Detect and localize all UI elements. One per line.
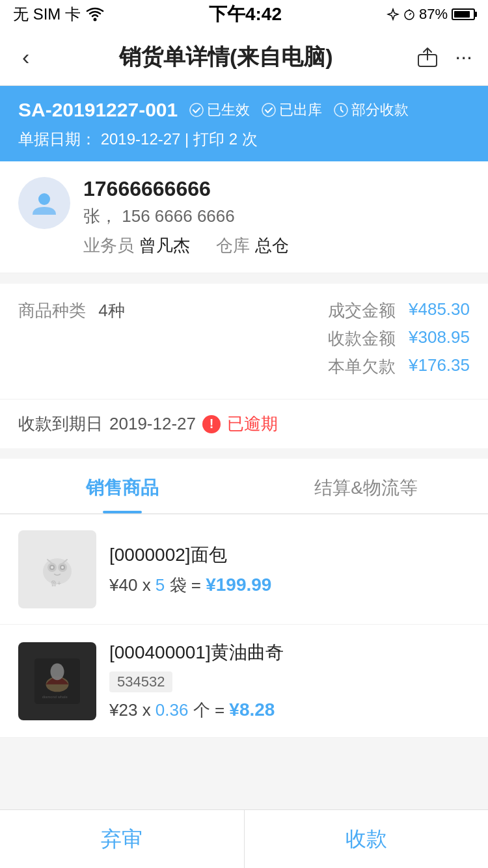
debt-label: 本单欠款 (328, 355, 396, 378)
svg-text:鲁+: 鲁+ (51, 580, 61, 587)
more-icon[interactable]: ··· (455, 45, 472, 69)
nav-actions: ··· (416, 45, 472, 69)
cancel-button[interactable]: 弃审 (0, 810, 245, 868)
cancel-label: 弃审 (101, 825, 142, 854)
customer-account: 17666666666 (83, 177, 470, 201)
unit-2: 个 (193, 700, 210, 720)
order-header: SA-20191227-001 已生效 已出库 部分收款 单据日期： 2019-… (0, 86, 488, 161)
category-row: 商品种类 4种 (18, 299, 125, 322)
svg-line-3 (409, 13, 411, 15)
check-circle-icon-2 (262, 103, 276, 117)
tab-sales[interactable]: 销售商品 (0, 459, 244, 513)
order-meta-date: 2019-12-27 (101, 130, 181, 148)
product-image-2: diamond whale (34, 658, 80, 704)
deal-amount-row: 成交金额 ¥485.30 (328, 299, 470, 322)
svg-point-6 (262, 103, 275, 116)
product-thumb-1: 鲁+ (18, 530, 96, 608)
status-bar: 无 SIM 卡 下午4:42 87% (0, 0, 488, 29)
deal-amount: ¥485.30 (409, 299, 470, 322)
product-name-1: [0000002]面包 (109, 543, 470, 567)
overdue-text: 已逾期 (227, 413, 278, 435)
status-left: 无 SIM 卡 (13, 4, 104, 25)
product-info-2: [000400001]黄油曲奇 534532 ¥23 x 0.36 个 = ¥8… (109, 640, 470, 722)
svg-text:diamond whale: diamond whale (42, 695, 68, 699)
badge-effective-text: 已生效 (207, 100, 250, 120)
order-meta-print: 打印 2 次 (193, 130, 258, 148)
overdue-icon: ! (202, 415, 221, 433)
svg-point-0 (94, 18, 97, 21)
order-id: SA-20191227-001 (18, 99, 178, 121)
products-section: 鲁+ [0000002]面包 ¥40 x 5 袋 = ¥199.99 diamo (0, 515, 488, 738)
tabs-container: 销售商品 结算&物流等 (0, 459, 488, 514)
unit-1: 袋 (170, 575, 187, 595)
tab-settlement[interactable]: 结算&物流等 (244, 459, 488, 513)
staff-item: 业务员 曾凡杰 (83, 234, 190, 257)
customer-meta: 业务员 曾凡杰 仓库 总仓 (83, 234, 470, 257)
category-value: 4种 (98, 301, 124, 320)
clock-icon (334, 103, 348, 117)
due-section: 收款到期日 2019-12-27 ! 已逾期 (0, 399, 488, 448)
nav-title: 销货单详情(来自电脑) (119, 42, 333, 72)
owl-icon: 鲁+ (34, 547, 80, 592)
customer-name: 张， (83, 206, 117, 226)
product-info-1: [0000002]面包 ¥40 x 5 袋 = ¥199.99 (109, 543, 470, 597)
nav-bar: ‹ 销货单详情(来自电脑) ··· (0, 29, 488, 86)
receipt-amount: ¥308.95 (409, 327, 470, 350)
product-badge-2: 534532 (109, 671, 172, 692)
receipt-amount-row: 收款金额 ¥308.95 (328, 327, 470, 350)
equals-1: = (191, 575, 206, 595)
deal-amount-label: 成交金额 (328, 299, 396, 322)
customer-avatar (18, 177, 70, 229)
staff-name: 曾凡杰 (139, 234, 190, 257)
staff-label: 业务员 (83, 234, 134, 257)
back-button[interactable]: ‹ (16, 38, 36, 76)
bottom-bar: 弃审 收款 (0, 809, 488, 868)
status-time: 下午4:42 (209, 2, 282, 27)
no-sim-text: 无 SIM 卡 (13, 4, 81, 25)
order-header-top: SA-20191227-001 已生效 已出库 部分收款 (18, 99, 470, 121)
tab-settlement-label: 结算&物流等 (314, 478, 418, 498)
price-unit-1: ¥40 (109, 575, 137, 595)
battery-percent: 87% (419, 6, 448, 23)
svg-point-15 (61, 566, 64, 569)
product-item-2: diamond whale [000400001]黄油曲奇 534532 ¥23… (0, 625, 488, 738)
check-circle-icon-1 (189, 103, 204, 117)
order-meta: 单据日期： 2019-12-27 | 打印 2 次 (18, 129, 470, 150)
summary-right: 成交金额 ¥485.30 收款金额 ¥308.95 本单欠款 ¥176.35 (328, 299, 470, 383)
badge-shipped: 已出库 (262, 100, 322, 120)
confirm-button[interactable]: 收款 (245, 810, 489, 868)
total-2: ¥8.28 (229, 699, 275, 720)
svg-point-14 (51, 566, 53, 569)
qty-2: 0.36 (156, 700, 189, 720)
warehouse-label: 仓库 (216, 234, 250, 257)
summary-section: 商品种类 4种 成交金额 ¥485.30 收款金额 ¥308.95 本单欠款 ¥… (0, 284, 488, 399)
receipt-amount-label: 收款金额 (328, 327, 396, 350)
multiply-2: x (142, 700, 156, 720)
share-icon[interactable] (416, 46, 439, 69)
customer-section: 17666666666 张， 156 6666 6666 业务员 曾凡杰 仓库 … (0, 161, 488, 273)
warehouse-name: 总仓 (255, 234, 289, 257)
order-meta-label: 单据日期： (18, 130, 96, 148)
svg-point-5 (190, 103, 203, 116)
debt-amount: ¥176.35 (409, 355, 470, 378)
warehouse-item: 仓库 总仓 (216, 234, 289, 257)
summary-left: 商品种类 4种 (18, 299, 125, 326)
price-unit-2: ¥23 (109, 700, 137, 720)
alarm-icon (403, 8, 415, 21)
product-price-1: ¥40 x 5 袋 = ¥199.99 (109, 574, 470, 597)
due-date: 2019-12-27 (109, 414, 196, 434)
wifi-icon (86, 7, 104, 21)
person-icon (29, 187, 60, 219)
location-icon (386, 8, 400, 21)
product-price-2: ¥23 x 0.36 个 = ¥8.28 (109, 699, 470, 722)
badge-effective: 已生效 (189, 100, 250, 120)
confirm-label: 收款 (346, 825, 387, 854)
badge-shipped-text: 已出库 (279, 100, 322, 120)
debt-amount-row: 本单欠款 ¥176.35 (328, 355, 470, 378)
tabs: 销售商品 结算&物流等 (0, 459, 488, 513)
customer-name-phone: 张， 156 6666 6666 (83, 205, 470, 228)
product-item-1: 鲁+ [0000002]面包 ¥40 x 5 袋 = ¥199.99 (0, 515, 488, 625)
order-meta-divider: | (185, 130, 193, 148)
customer-info: 17666666666 张， 156 6666 6666 业务员 曾凡杰 仓库 … (83, 177, 470, 257)
svg-point-19 (51, 663, 64, 680)
